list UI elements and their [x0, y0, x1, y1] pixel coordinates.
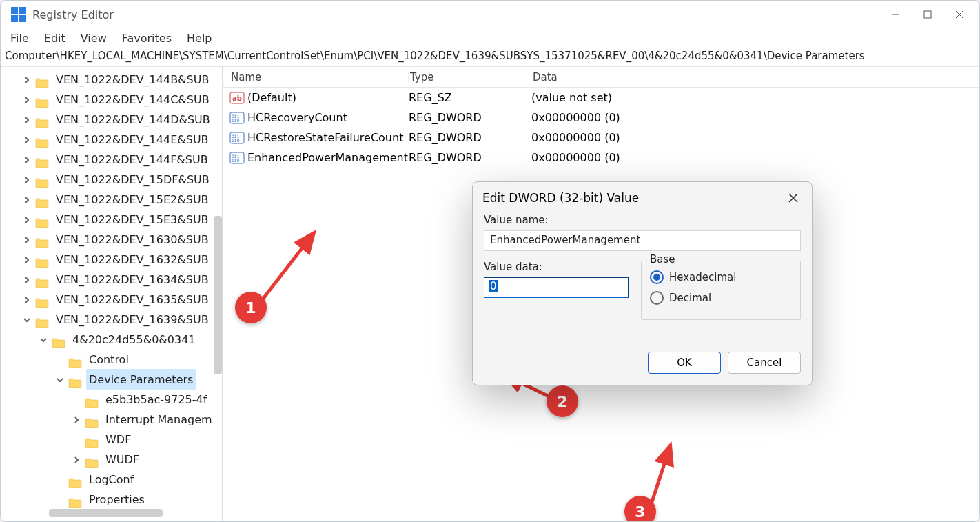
- chevron-right-icon[interactable]: [71, 456, 82, 463]
- tree-hscrollbar[interactable]: [49, 509, 163, 517]
- folder-icon: [52, 334, 65, 345]
- dialog-close-button[interactable]: [784, 189, 802, 207]
- annotation-bubble-2: 2: [547, 385, 578, 417]
- tree-node[interactable]: VEN_1022&DEV_144D&SUB: [1, 110, 222, 130]
- tree-node-label: Interrupt Managem: [103, 409, 215, 430]
- chevron-right-icon[interactable]: [21, 297, 32, 303]
- value-type: REG_DWORD: [409, 111, 531, 124]
- menu-help[interactable]: Help: [187, 32, 212, 45]
- tree-node-label: VEN_1022&DEV_1635&SUB: [53, 289, 212, 310]
- chevron-right-icon[interactable]: [21, 257, 32, 263]
- cancel-button[interactable]: Cancel: [728, 352, 801, 374]
- maximize-button[interactable]: [912, 1, 943, 28]
- tree-node[interactable]: VEN_1022&DEV_15E2&SUB: [1, 190, 222, 210]
- dword-value-icon: 011110: [229, 112, 245, 124]
- dialog-titlebar: Edit DWORD (32-bit) Value: [473, 182, 812, 214]
- svg-rect-5: [924, 11, 931, 18]
- tree-node[interactable]: VEN_1022&DEV_1635&SUB: [1, 290, 222, 310]
- value-row[interactable]: 011110HCRecoveryCountREG_DWORD0x00000000…: [223, 108, 979, 128]
- chevron-right-icon[interactable]: [21, 117, 32, 123]
- chevron-right-icon[interactable]: [21, 237, 32, 243]
- radio-decimal[interactable]: Decimal: [650, 288, 792, 308]
- col-type[interactable]: Type: [409, 71, 531, 83]
- svg-text:ab: ab: [232, 94, 242, 102]
- folder-icon: [35, 194, 49, 205]
- address-bar[interactable]: Computer\HKEY_LOCAL_MACHINE\SYSTEM\Curre…: [1, 48, 979, 67]
- close-button[interactable]: [943, 1, 975, 28]
- tree-node-label: VEN_1022&DEV_144F&SUB: [53, 149, 211, 170]
- tree-node-label: VEN_1022&DEV_1630&SUB: [53, 229, 212, 250]
- tree-node[interactable]: Properties: [1, 490, 222, 510]
- col-data[interactable]: Data: [531, 71, 979, 83]
- tree-node[interactable]: VEN_1022&DEV_15DF&SUB: [1, 170, 222, 190]
- tree-node-label: VEN_1022&DEV_144B&SUB: [53, 69, 212, 90]
- column-headers[interactable]: Name Type Data: [223, 67, 979, 88]
- col-name[interactable]: Name: [229, 71, 409, 83]
- chevron-down-icon[interactable]: [54, 377, 65, 383]
- registry-tree[interactable]: VEN_1022&DEV_144B&SUBVEN_1022&DEV_144C&S…: [1, 70, 222, 510]
- window-controls: [880, 1, 975, 28]
- tree-node[interactable]: VEN_1022&DEV_15E3&SUB: [1, 210, 222, 230]
- tree-node[interactable]: VEN_1022&DEV_144C&SUB: [1, 90, 222, 110]
- chevron-right-icon[interactable]: [21, 157, 32, 163]
- radio-hexadecimal[interactable]: Hexadecimal: [650, 267, 792, 288]
- chevron-right-icon[interactable]: [21, 77, 32, 83]
- folder-icon: [68, 374, 82, 385]
- tree-node-label: Device Parameters: [86, 369, 196, 390]
- menu-edit[interactable]: Edit: [44, 32, 65, 45]
- tree-node-label: e5b3b5ac-9725-4f: [103, 389, 210, 410]
- tree-node[interactable]: Interrupt Managem: [1, 410, 222, 430]
- tree-node[interactable]: VEN_1022&DEV_1630&SUB: [1, 230, 222, 250]
- menu-file[interactable]: File: [10, 32, 29, 45]
- tree-node[interactable]: WDF: [1, 430, 222, 450]
- folder-icon: [85, 454, 99, 465]
- tree-node-label: Control: [86, 349, 132, 370]
- tree-node[interactable]: WUDF: [1, 450, 222, 470]
- tree-node[interactable]: Device Parameters: [1, 370, 222, 390]
- chevron-right-icon[interactable]: [21, 277, 32, 283]
- chevron-right-icon[interactable]: [21, 217, 32, 223]
- tree-node[interactable]: e5b3b5ac-9725-4f: [1, 390, 222, 410]
- chevron-right-icon[interactable]: [71, 416, 82, 423]
- radio-hex-label: Hexadecimal: [669, 271, 736, 283]
- tree-node[interactable]: VEN_1022&DEV_1634&SUB: [1, 270, 222, 290]
- annotation-bubble-1: 1: [235, 292, 267, 323]
- tree-node[interactable]: VEN_1022&DEV_144E&SUB: [1, 130, 222, 150]
- menu-view[interactable]: View: [81, 32, 107, 45]
- value-row[interactable]: 011110EnhancedPowerManagementREG_DWORD0x…: [223, 148, 979, 168]
- value-data-input[interactable]: 0: [484, 277, 629, 298]
- tree-node[interactable]: Control: [1, 350, 222, 370]
- minimize-button[interactable]: [880, 1, 912, 28]
- value-row[interactable]: 011110HCRestoreStateFailureCountREG_DWOR…: [223, 128, 979, 148]
- ok-button[interactable]: OK: [648, 352, 721, 374]
- folder-icon: [35, 114, 49, 126]
- tree-node[interactable]: LogConf: [1, 470, 222, 490]
- tree-node-label: VEN_1022&DEV_144C&SUB: [53, 89, 212, 110]
- folder-icon: [35, 314, 49, 325]
- chevron-right-icon[interactable]: [21, 137, 32, 143]
- chevron-down-icon[interactable]: [38, 337, 49, 343]
- tree-node[interactable]: 4&20c24d55&0&0341: [1, 330, 222, 350]
- value-data: 0x00000000 (0): [531, 151, 979, 164]
- folder-icon: [35, 154, 49, 165]
- chevron-right-icon[interactable]: [21, 177, 32, 183]
- values-list[interactable]: ab(Default)REG_SZ(value not set)011110HC…: [223, 88, 979, 168]
- tree-node[interactable]: VEN_1022&DEV_1639&SUB: [1, 310, 222, 330]
- value-type: REG_SZ: [409, 91, 531, 104]
- value-data-label: Value data:: [484, 261, 629, 273]
- tree-node-label: VEN_1022&DEV_144D&SUB: [53, 109, 213, 130]
- base-legend: Base: [647, 253, 678, 265]
- tree-node[interactable]: VEN_1022&DEV_144F&SUB: [1, 150, 222, 170]
- tree-node[interactable]: VEN_1022&DEV_144B&SUB: [1, 70, 222, 90]
- chevron-down-icon[interactable]: [21, 317, 32, 323]
- chevron-right-icon[interactable]: [21, 197, 32, 203]
- chevron-right-icon[interactable]: [21, 97, 32, 103]
- value-row[interactable]: ab(Default)REG_SZ(value not set): [223, 88, 979, 108]
- tree-vscrollbar[interactable]: [214, 216, 222, 374]
- folder-icon: [35, 174, 49, 185]
- menu-favorites[interactable]: Favorites: [122, 32, 172, 45]
- folder-icon: [35, 134, 49, 145]
- svg-rect-3: [19, 15, 26, 22]
- tree-node[interactable]: VEN_1022&DEV_1632&SUB: [1, 250, 222, 270]
- tree-node-label: VEN_1022&DEV_15E3&SUB: [53, 209, 212, 230]
